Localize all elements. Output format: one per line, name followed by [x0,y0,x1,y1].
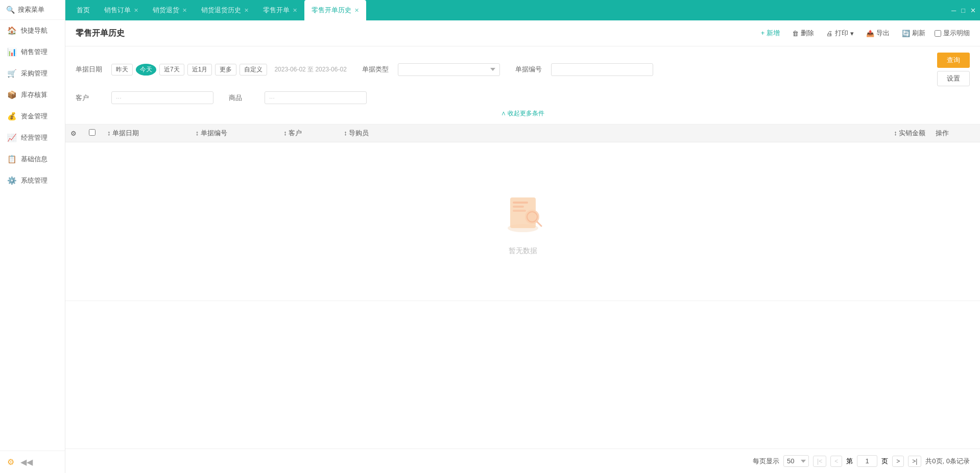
sidebar: 🔍 搜索菜单 🏠快捷导航📊销售管理🛒采购管理📦库存核算💰资金管理📈经营管理📋基础… [0,0,65,473]
goods-input[interactable] [265,91,367,104]
col-no[interactable]: ↕ 单据编号 [190,125,279,142]
tab-sales-return[interactable]: 销货退货✕ [146,0,194,20]
tab-close-sales-return-history[interactable]: ✕ [244,7,249,14]
select-all-checkbox[interactable] [89,129,95,136]
col-customer[interactable]: ↕ 客户 [278,125,339,142]
tab-home[interactable]: 首页 [69,0,97,20]
col-salesperson[interactable]: ↕ 导购员 [339,125,413,142]
next-page-button[interactable]: > [892,456,904,467]
sidebar-item-finance[interactable]: 💰资金管理 [0,106,65,127]
sidebar-footer: ⚙ ◀◀ [0,451,65,473]
date-btn-today[interactable]: 今天 [136,64,156,76]
prev-page-button[interactable]: < [830,456,842,467]
filter-dates: 昨天今天近7天近1月更多自定义 [111,64,267,76]
date-btn-more[interactable]: 更多 [215,64,236,76]
sidebar-item-system[interactable]: ⚙️系统管理 [0,170,65,191]
empty-icon [497,187,548,238]
delete-button[interactable]: 🗑 删除 [789,27,817,40]
empty-state: 暂无数据 [70,146,975,296]
col-salesperson-label: ↕ 导购员 [344,129,369,137]
tab-retail-open-history[interactable]: 零售开单历史✕ [304,0,366,20]
tab-close-sales-order[interactable]: ✕ [134,7,138,14]
page-actions: + 新增 🗑 删除 🖨 打印 ▾ 📤 导出 🔄 刷新 [758,27,970,40]
tab-bar-actions: ─ □ ✕ [951,7,976,14]
show-detail-checkbox[interactable] [935,30,941,37]
date-btn-custom[interactable]: 自定义 [240,64,267,76]
sidebar-menu: 🏠快捷导航📊销售管理🛒采购管理📦库存核算💰资金管理📈经营管理📋基础信息⚙️系统管… [0,20,65,451]
sidebar-icon-inventory: 📦 [7,90,17,99]
sidebar-icon-operations: 📈 [7,133,17,142]
add-button[interactable]: + 新增 [758,27,783,40]
print-chevron-icon: ▾ [850,30,854,37]
tab-close-retail-open-history[interactable]: ✕ [354,7,359,14]
page-suffix: 页 [881,457,888,466]
col-amount[interactable]: ↕ 实销金额 [843,125,931,142]
goods-label: 商品 [229,93,259,103]
close-window-button[interactable]: ✕ [970,7,976,14]
sidebar-icon-purchase-mgmt: 🛒 [7,69,17,78]
delete-icon: 🗑 [792,30,799,37]
tab-retail-open[interactable]: 零售开单✕ [256,0,304,20]
customer-label: 客户 [76,93,106,103]
doc-no-input[interactable] [551,63,653,76]
doc-type-label: 单据类型 [362,65,393,74]
per-page-select[interactable]: 50 10 20 100 [783,455,809,467]
filter-row-1: 单据日期 昨天今天近7天近1月更多自定义 2023-06-02 至 2023-0… [76,53,970,86]
tab-sales-return-history[interactable]: 销货退货历史✕ [194,0,256,20]
col-action: 操作 [930,125,980,142]
setting-button[interactable]: 设置 [937,71,970,86]
filter-area: 单据日期 昨天今天近7天近1月更多自定义 2023-06-02 至 2023-0… [65,46,980,125]
sidebar-item-basic-info[interactable]: 📋基础信息 [0,148,65,170]
customer-input[interactable] [111,91,213,104]
data-table: ⚙ ↕ 单据日期 ↕ 单据编号 ↕ 客户 [65,125,980,301]
refresh-button[interactable]: 🔄 刷新 [899,27,928,40]
tab-label-retail-open: 零售开单 [263,6,290,15]
sidebar-item-purchase-mgmt[interactable]: 🛒采购管理 [0,63,65,84]
date-btn-last7days[interactable]: 近7天 [159,64,184,76]
date-btn-last1month[interactable]: 近1月 [187,64,212,76]
sidebar-item-operations[interactable]: 📈经营管理 [0,127,65,148]
tab-label-sales-return-history: 销货退货历史 [201,6,241,15]
collapse-more-btn[interactable]: ∧ 收起更多条件 [501,109,544,118]
tab-label-retail-open-history: 零售开单历史 [312,6,351,15]
sidebar-item-sales-mgmt[interactable]: 📊销售管理 [0,41,65,63]
tab-label-sales-order: 销售订单 [104,6,131,15]
export-button[interactable]: 📤 导出 [863,27,893,40]
table-area: ⚙ ↕ 单据日期 ↕ 单据编号 ↕ 客户 [65,125,980,449]
col-date[interactable]: ↕ 单据日期 [102,125,190,142]
collapse-button[interactable]: ◀◀ [20,457,33,467]
refresh-icon: 🔄 [902,30,910,37]
tab-label-home: 首页 [77,6,90,15]
maximize-button[interactable]: □ [961,7,965,14]
svg-line-7 [537,222,541,226]
sidebar-item-inventory[interactable]: 📦库存核算 [0,84,65,106]
search-icon: 🔍 [6,6,15,14]
sidebar-search[interactable]: 🔍 搜索菜单 [0,0,65,20]
last-page-button[interactable]: >| [908,456,921,467]
query-buttons: 查询 设置 [937,53,970,86]
col-extra [413,125,843,142]
tab-label-sales-return: 销货退货 [153,6,179,15]
query-button[interactable]: 查询 [937,53,970,68]
tab-sales-order[interactable]: 销售订单✕ [97,0,146,20]
col-amount-label: ↕ 实销金额 [894,129,925,137]
col-checkbox [84,125,102,142]
date-btn-yesterday[interactable]: 昨天 [111,64,133,76]
sidebar-icon-finance: 💰 [7,112,17,121]
sidebar-icon-basic-info: 📋 [7,155,17,164]
sidebar-item-quick-nav[interactable]: 🏠快捷导航 [0,20,65,41]
main-area: 首页销售订单✕销货退货✕销货退货历史✕零售开单✕零售开单历史✕ ─ □ ✕ 零售… [65,0,980,473]
tab-close-retail-open[interactable]: ✕ [293,7,297,14]
page-title: 零售开单历史 [76,28,125,39]
settings-button[interactable]: ⚙ [7,457,14,467]
svg-rect-4 [513,210,526,212]
doc-type-select[interactable] [398,63,500,76]
tab-close-sales-return[interactable]: ✕ [182,7,187,14]
print-button[interactable]: 🖨 打印 ▾ [823,27,857,40]
minimize-button[interactable]: ─ [951,7,956,14]
per-page-label: 每页显示 [753,457,779,466]
table-header: ⚙ ↕ 单据日期 ↕ 单据编号 ↕ 客户 [65,125,980,142]
col-settings[interactable]: ⚙ [65,125,84,142]
page-input[interactable] [857,455,877,467]
first-page-button[interactable]: |< [813,456,826,467]
